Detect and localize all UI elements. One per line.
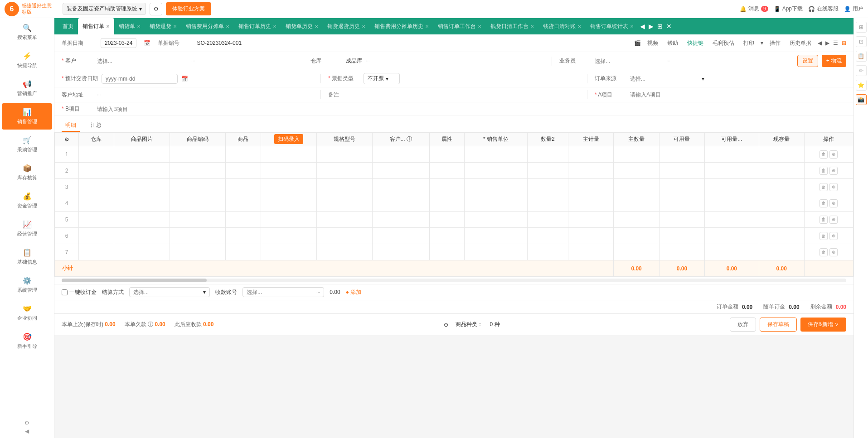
- col-attr[interactable]: 属性: [429, 133, 465, 146]
- tab-returns[interactable]: 销货退货 ✕: [145, 18, 181, 34]
- cell[interactable]: [659, 228, 704, 244]
- help-btn[interactable]: 帮助: [664, 39, 681, 48]
- cell[interactable]: [465, 228, 527, 244]
- scan-btn[interactable]: 扫码录入: [274, 134, 303, 144]
- tab-summary[interactable]: 汇总: [87, 120, 105, 132]
- col-unit[interactable]: * 销售单位: [465, 133, 527, 146]
- cell[interactable]: [225, 228, 261, 244]
- cell[interactable]: [170, 228, 225, 244]
- tab-close-icon[interactable]: ✕: [226, 24, 229, 29]
- col-available2[interactable]: 可用量...: [705, 133, 759, 146]
- right-icon-3[interactable]: 📋: [856, 51, 867, 62]
- scroll-bar-row[interactable]: [54, 277, 853, 284]
- online-service[interactable]: 🎧 在线客服: [808, 5, 839, 13]
- cell[interactable]: [225, 244, 261, 260]
- cell[interactable]: [705, 146, 759, 163]
- profit-btn[interactable]: 毛利预估: [710, 39, 737, 48]
- address-more-icon[interactable]: ···: [97, 92, 101, 97]
- tab-close-icon[interactable]: ✕: [630, 24, 634, 29]
- cell[interactable]: [225, 146, 261, 163]
- cell[interactable]: [170, 163, 225, 179]
- cell[interactable]: [316, 195, 372, 212]
- cell[interactable]: [79, 228, 114, 244]
- operation-btn[interactable]: 操作: [767, 39, 783, 48]
- cell[interactable]: [527, 244, 568, 260]
- discard-button[interactable]: 放弃: [730, 318, 756, 332]
- invoice-type-select[interactable]: 不开票 ▾: [364, 73, 400, 84]
- cell[interactable]: [372, 244, 429, 260]
- cell[interactable]: [316, 244, 372, 260]
- cell[interactable]: [568, 228, 613, 244]
- cell[interactable]: [429, 146, 465, 163]
- sidebar-item-search[interactable]: 🔍 搜索菜单: [2, 19, 52, 45]
- cell[interactable]: [568, 212, 613, 228]
- cell[interactable]: [465, 195, 527, 212]
- tab-more-button[interactable]: ⊞: [655, 23, 664, 30]
- cell[interactable]: [659, 146, 704, 163]
- col-warehouse[interactable]: 仓库: [79, 133, 114, 146]
- sidebar-item-sales[interactable]: 📊 销售管理: [2, 103, 52, 130]
- sidebar-item-inventory[interactable]: 📦 库存核算: [2, 159, 52, 186]
- delete-icon[interactable]: 🗑: [820, 167, 828, 175]
- cell[interactable]: [316, 228, 372, 244]
- sidebar-item-guide[interactable]: 🎯 新手引导: [2, 328, 52, 354]
- cell[interactable]: [759, 195, 804, 212]
- col-main-unit[interactable]: 主计量: [568, 133, 613, 146]
- cell[interactable]: [568, 195, 613, 212]
- col-current[interactable]: 现存量: [759, 133, 804, 146]
- cell[interactable]: [170, 195, 225, 212]
- sidebar-item-purchase[interactable]: 🛒 采购管理: [2, 131, 52, 158]
- tab-close-icon[interactable]: ✕: [530, 24, 534, 29]
- cell[interactable]: [465, 163, 527, 179]
- cell[interactable]: [614, 146, 659, 163]
- cell[interactable]: [79, 179, 114, 195]
- cell[interactable]: [527, 195, 568, 212]
- cell[interactable]: [372, 146, 429, 163]
- cell[interactable]: [659, 163, 704, 179]
- tab-prev-button[interactable]: ◀: [638, 23, 647, 30]
- solution-button[interactable]: 体验行业方案: [166, 2, 211, 15]
- cell[interactable]: [225, 212, 261, 228]
- cell[interactable]: [759, 244, 804, 260]
- grid-view-icon[interactable]: ⊞: [842, 40, 846, 46]
- tab-daily-reconcile[interactable]: 钱货日清对账 ✕: [538, 18, 586, 34]
- cell[interactable]: [659, 212, 704, 228]
- one-click-label[interactable]: 一键收订金: [62, 289, 97, 296]
- right-icon-1[interactable]: ⊞: [856, 22, 867, 33]
- tab-order-stats[interactable]: 销售订单统计表 ✕: [586, 18, 638, 34]
- cell[interactable]: [659, 179, 704, 195]
- cell[interactable]: [225, 179, 261, 195]
- tab-home[interactable]: 首页: [58, 18, 78, 34]
- cell[interactable]: [705, 195, 759, 212]
- cell[interactable]: [79, 195, 114, 212]
- salesperson-more-icon[interactable]: ···: [666, 58, 670, 63]
- cell[interactable]: [759, 163, 804, 179]
- history-btn[interactable]: 历史单据: [787, 39, 814, 48]
- order-source-input[interactable]: [630, 76, 698, 82]
- cell[interactable]: [568, 163, 613, 179]
- tab-expense-history[interactable]: 销售费用分摊单历史 ✕: [370, 18, 433, 34]
- right-icon-4[interactable]: ✏: [856, 65, 867, 76]
- cell[interactable]: [261, 163, 316, 179]
- cell[interactable]: [79, 146, 114, 163]
- sidebar-item-enterprise[interactable]: 🤝 企业协同: [2, 300, 52, 326]
- sidebar-item-finance[interactable]: 💰 资金管理: [2, 188, 52, 214]
- cell[interactable]: [429, 212, 465, 228]
- tab-close-icon[interactable]: ✕: [173, 24, 177, 29]
- delivery-calendar-icon[interactable]: 📅: [181, 76, 188, 82]
- tab-close-icon[interactable]: ✕: [425, 24, 429, 29]
- col-scan[interactable]: 扫码录入: [261, 133, 316, 146]
- sidebar-collapse-icon[interactable]: ◀: [25, 428, 29, 434]
- tab-sales-order[interactable]: 销售订单 ✕: [78, 18, 114, 34]
- right-icon-6[interactable]: 📸: [856, 94, 867, 105]
- col-spec[interactable]: 规格型号: [316, 133, 372, 146]
- sidebar-item-marketing[interactable]: 📢 营销推广: [2, 75, 52, 101]
- copy-icon[interactable]: ⊕: [829, 248, 838, 256]
- cell[interactable]: [568, 244, 613, 260]
- cell[interactable]: [614, 228, 659, 244]
- customer-input[interactable]: [97, 58, 188, 64]
- cell[interactable]: [659, 244, 704, 260]
- nav-next-icon[interactable]: ▶: [825, 40, 829, 46]
- col-code[interactable]: 商品编码: [170, 133, 225, 146]
- cell[interactable]: [261, 228, 316, 244]
